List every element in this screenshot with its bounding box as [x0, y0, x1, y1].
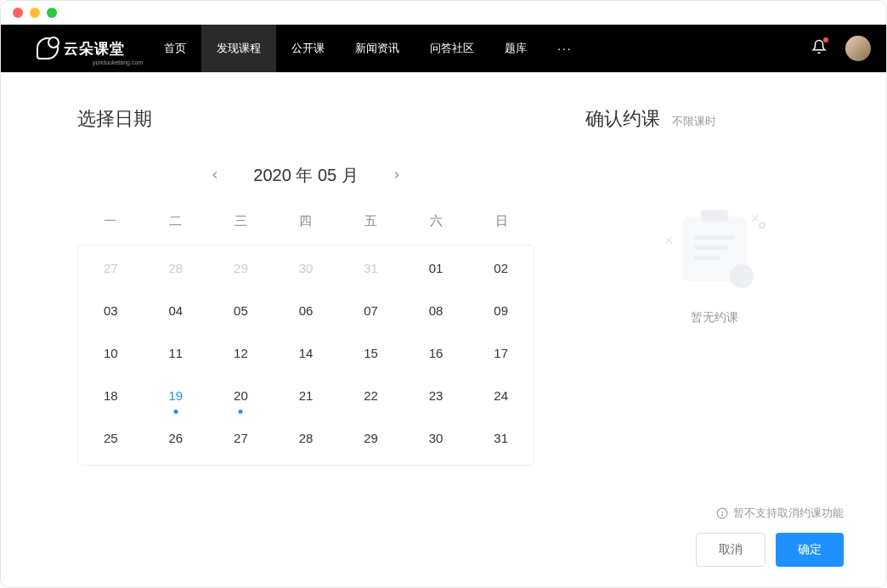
calendar-day[interactable]: 27: [78, 254, 144, 281]
calendar-day[interactable]: 30: [274, 254, 339, 281]
calendar-day[interactable]: 29: [208, 254, 274, 281]
weekday-1: 二: [143, 213, 208, 229]
calendar-day[interactable]: 24: [468, 382, 534, 409]
calendar-day[interactable]: 21: [274, 382, 339, 409]
calendar-day[interactable]: 12: [208, 339, 274, 366]
calendar-day[interactable]: 19: [144, 382, 209, 409]
calendar-day[interactable]: 31: [468, 424, 534, 451]
weekday-2: 三: [208, 213, 274, 229]
nav-more[interactable]: ···: [542, 42, 588, 55]
cancel-button[interactable]: 取消: [696, 533, 766, 567]
calendar-day[interactable]: 04: [144, 297, 209, 324]
window-titlebar: [1, 1, 886, 25]
logo-text: 云朵课堂: [64, 39, 125, 59]
empty-state: ✕ ✕ 暂无约课: [585, 183, 844, 506]
logo[interactable]: 云朵课堂 yunduoketang.com: [37, 37, 125, 59]
empty-illustration-icon: ✕ ✕: [664, 208, 766, 293]
date-section-title: 选择日期: [77, 106, 534, 132]
calendar-day[interactable]: 31: [338, 254, 404, 281]
footer-buttons: 取消 确定: [585, 533, 844, 567]
logo-icon: [37, 37, 59, 59]
nav-right: [811, 36, 871, 61]
app-window: 云朵课堂 yunduoketang.com 首页发现课程公开课新闻资讯问答社区题…: [0, 0, 887, 588]
calendar-day[interactable]: 05: [208, 297, 274, 324]
confirm-title: 确认约课: [585, 106, 660, 132]
confirm-header: 确认约课 不限课时: [585, 106, 844, 132]
panel-footer: 暂不支持取消约课功能 取消 确定: [585, 506, 844, 567]
main-content: 选择日期 2020 年 05 月 一二三四五六日 272829303101020…: [1, 72, 886, 588]
calendar-day[interactable]: 30: [404, 424, 469, 451]
calendar-day[interactable]: 17: [468, 339, 534, 366]
calendar-day[interactable]: 28: [274, 424, 339, 451]
calendar-day[interactable]: 01: [404, 254, 469, 281]
calendar-day[interactable]: 16: [404, 339, 469, 366]
calendar-day[interactable]: 03: [78, 297, 144, 324]
calendar: 一二三四五六日 27282930310102030405060708091011…: [77, 213, 534, 466]
calendar-day[interactable]: 06: [274, 297, 339, 324]
weekday-4: 五: [338, 213, 404, 229]
next-month-button[interactable]: [384, 162, 410, 188]
confirm-panel: 确认约课 不限课时 ✕ ✕ 暂无约课: [585, 72, 886, 588]
nav-item-1[interactable]: 发现课程: [201, 25, 276, 72]
weekday-3: 四: [274, 213, 339, 229]
days-grid-wrapper: 2728293031010203040506070809101112141516…: [77, 245, 534, 466]
nav-item-5[interactable]: 题库: [489, 25, 542, 72]
calendar-day[interactable]: 08: [404, 297, 469, 324]
notification-bell[interactable]: [811, 39, 827, 58]
footer-note-text: 暂不支持取消约课功能: [733, 506, 844, 521]
weekday-header: 一二三四五六日: [77, 213, 534, 229]
user-avatar[interactable]: [845, 36, 871, 61]
nav-item-2[interactable]: 公开课: [276, 25, 340, 72]
current-month-label: 2020 年 05 月: [253, 164, 358, 187]
weekday-6: 日: [469, 213, 534, 229]
nav-item-0[interactable]: 首页: [149, 25, 201, 72]
calendar-day[interactable]: 28: [144, 254, 209, 281]
calendar-day[interactable]: 18: [78, 382, 144, 409]
notification-dot-icon: [823, 37, 828, 42]
logo-text-wrap: 云朵课堂 yunduoketang.com: [64, 39, 125, 59]
days-grid: 2728293031010203040506070809101112141516…: [78, 254, 534, 451]
window-minimize-icon[interactable]: [30, 8, 40, 18]
date-picker-panel: 选择日期 2020 年 05 月 一二三四五六日 272829303101020…: [1, 72, 585, 588]
calendar-day[interactable]: 22: [338, 382, 404, 409]
top-navbar: 云朵课堂 yunduoketang.com 首页发现课程公开课新闻资讯问答社区题…: [1, 25, 886, 72]
chevron-right-icon: [391, 169, 403, 181]
calendar-day[interactable]: 26: [144, 424, 209, 451]
nav-item-3[interactable]: 新闻资讯: [340, 25, 415, 72]
calendar-day[interactable]: 10: [78, 339, 144, 366]
confirm-subtitle: 不限课时: [672, 114, 716, 129]
footer-note: 暂不支持取消约课功能: [585, 506, 844, 521]
calendar-day[interactable]: 11: [144, 339, 209, 366]
window-maximize-icon[interactable]: [47, 8, 57, 18]
calendar-day[interactable]: 20: [208, 382, 274, 409]
empty-text: 暂无约课: [691, 310, 738, 325]
logo-subtext: yunduoketang.com: [93, 59, 143, 65]
weekday-0: 一: [77, 213, 143, 229]
month-switcher: 2020 年 05 月: [77, 162, 534, 188]
confirm-button[interactable]: 确定: [776, 533, 844, 567]
window-close-icon[interactable]: [13, 8, 23, 18]
calendar-day[interactable]: 14: [274, 339, 339, 366]
calendar-day[interactable]: 15: [338, 339, 404, 366]
weekday-5: 六: [404, 213, 469, 229]
info-icon: [716, 507, 728, 519]
chevron-left-icon: [209, 169, 221, 181]
calendar-day[interactable]: 25: [78, 424, 144, 451]
svg-point-2: [721, 515, 722, 516]
calendar-day[interactable]: 29: [338, 424, 404, 451]
prev-month-button[interactable]: [202, 162, 228, 188]
calendar-day[interactable]: 23: [404, 382, 469, 409]
calendar-day[interactable]: 27: [208, 424, 274, 451]
nav-items: 首页发现课程公开课新闻资讯问答社区题库: [149, 25, 542, 72]
calendar-day[interactable]: 02: [468, 254, 534, 281]
calendar-day[interactable]: 09: [468, 297, 534, 324]
calendar-day[interactable]: 07: [338, 297, 404, 324]
nav-item-4[interactable]: 问答社区: [415, 25, 489, 72]
